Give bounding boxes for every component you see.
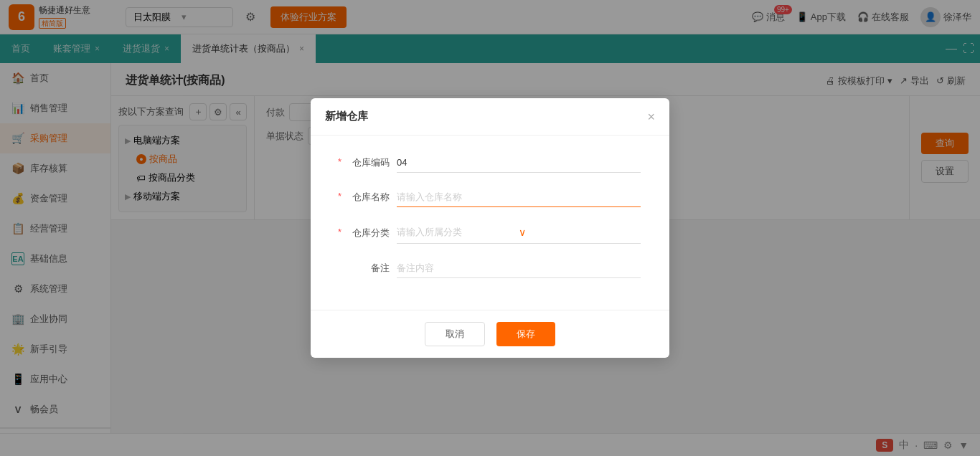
modal-title: 新增仓库 <box>325 110 647 123</box>
modal-body: 仓库编码 仓库名称 仓库分类 请输入所属分类 ∨ 备注 <box>311 136 669 310</box>
name-input[interactable] <box>397 187 641 207</box>
warehouse-note-row: 备注 <box>339 258 641 278</box>
note-input[interactable] <box>397 258 641 278</box>
name-label: 仓库名称 <box>339 191 397 204</box>
cancel-button[interactable]: 取消 <box>425 322 485 346</box>
category-label: 仓库分类 <box>339 227 397 239</box>
warehouse-category-row: 仓库分类 请输入所属分类 ∨ <box>339 222 641 244</box>
category-dropdown-arrow: ∨ <box>519 227 641 238</box>
modal-overlay: 新增仓库 × 仓库编码 仓库名称 仓库分类 请输入所属分类 ∨ <box>0 0 980 456</box>
warehouse-code-row: 仓库编码 <box>339 153 641 173</box>
modal-header: 新增仓库 × <box>311 98 669 136</box>
add-warehouse-modal: 新增仓库 × 仓库编码 仓库名称 仓库分类 请输入所属分类 ∨ <box>311 98 669 358</box>
category-select[interactable]: 请输入所属分类 ∨ <box>397 222 641 244</box>
warehouse-name-row: 仓库名称 <box>339 187 641 207</box>
modal-footer: 取消 保存 <box>311 310 669 358</box>
code-label: 仓库编码 <box>339 156 397 169</box>
code-input[interactable] <box>397 153 641 173</box>
save-button[interactable]: 保存 <box>496 322 555 346</box>
note-label: 备注 <box>339 262 397 275</box>
modal-close-button[interactable]: × <box>647 110 655 123</box>
